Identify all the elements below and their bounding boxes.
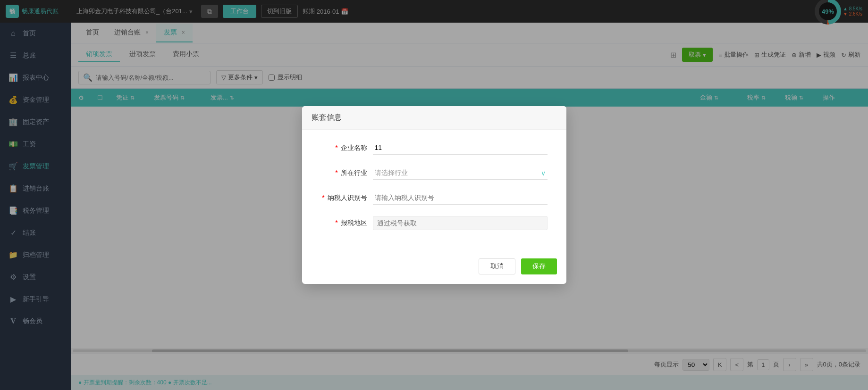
- dialog-body: * 企业名称 * 所在行业 请选择行业 ∨: [302, 130, 566, 253]
- tax-region-input: [373, 216, 548, 230]
- industry-select[interactable]: 请选择行业: [373, 166, 548, 180]
- industry-label: * 所在行业: [321, 169, 373, 177]
- account-info-dialog: 账套信息 * 企业名称 * 所在行业 请选择行业: [302, 106, 566, 284]
- dialog-footer: 取消 保存: [302, 253, 566, 284]
- select-dropdown-icon: ∨: [541, 169, 546, 177]
- tax-id-row: * 纳税人识别号: [321, 191, 548, 205]
- company-name-input[interactable]: [373, 141, 548, 155]
- industry-row: * 所在行业 请选择行业 ∨: [321, 166, 548, 180]
- tax-region-row: * 报税地区: [321, 216, 548, 230]
- dialog-title: 账套信息: [302, 106, 566, 130]
- company-name-row: * 企业名称: [321, 141, 548, 155]
- modal-overlay: 账套信息 * 企业名称 * 所在行业 请选择行业: [0, 0, 868, 390]
- required-star: *: [335, 219, 337, 226]
- company-name-label: * 企业名称: [321, 144, 373, 152]
- required-star: *: [335, 144, 337, 151]
- save-button[interactable]: 保存: [521, 258, 557, 274]
- industry-select-wrap: 请选择行业 ∨: [373, 166, 548, 180]
- tax-id-input[interactable]: [373, 191, 548, 205]
- tax-id-label: * 纳税人识别号: [321, 194, 373, 202]
- cancel-button[interactable]: 取消: [479, 258, 515, 274]
- required-star: *: [335, 169, 337, 176]
- required-star: *: [322, 194, 324, 201]
- tax-region-label: * 报税地区: [321, 219, 373, 227]
